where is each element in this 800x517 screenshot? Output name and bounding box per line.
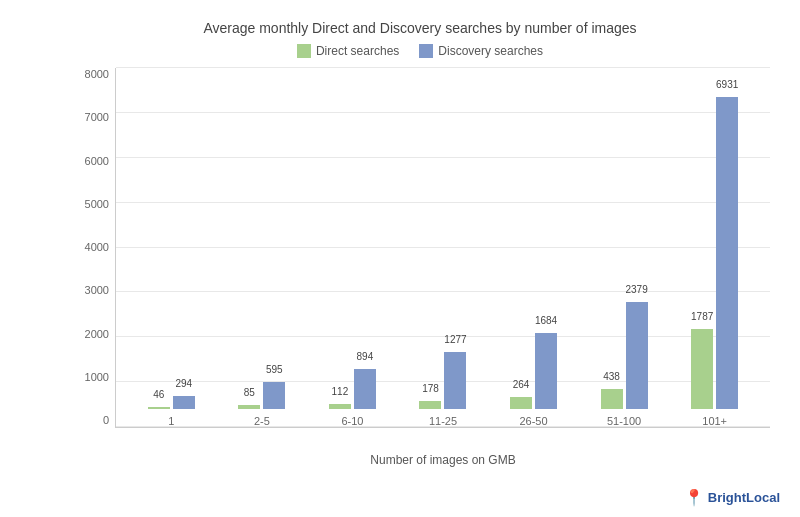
bar-direct: 178 bbox=[419, 401, 441, 409]
legend-direct-color bbox=[297, 44, 311, 58]
bar-direct-label: 1787 bbox=[691, 311, 713, 322]
bar-pair: 112894 bbox=[329, 369, 376, 409]
y-axis-label: 1000 bbox=[70, 371, 115, 383]
y-axis-label: 4000 bbox=[70, 241, 115, 253]
y-axis: 010002000300040005000600070008000 bbox=[70, 68, 115, 428]
y-axis-label: 8000 bbox=[70, 68, 115, 80]
legend-direct: Direct searches bbox=[297, 44, 399, 58]
bar-group: 264168426-50 bbox=[510, 333, 557, 427]
bar-direct-label: 112 bbox=[332, 386, 349, 397]
x-axis-group-label: 6-10 bbox=[341, 415, 363, 427]
x-axis-group-label: 1 bbox=[168, 415, 174, 427]
legend-direct-label: Direct searches bbox=[316, 44, 399, 58]
logo-icon: 📍 bbox=[684, 488, 704, 507]
bar-group: 462941 bbox=[148, 396, 195, 427]
bar-discovery-label: 1277 bbox=[444, 334, 466, 345]
bars-wrapper: 462941855952-51128946-10178127711-252641… bbox=[116, 68, 770, 427]
x-axis-group-label: 101+ bbox=[702, 415, 727, 427]
bar-direct: 85 bbox=[238, 405, 260, 409]
bar-direct: 1787 bbox=[691, 329, 713, 409]
y-axis-label: 3000 bbox=[70, 284, 115, 296]
bar-discovery-label: 294 bbox=[175, 378, 192, 389]
bar-pair: 2641684 bbox=[510, 333, 557, 409]
y-axis-label: 2000 bbox=[70, 328, 115, 340]
bar-group: 1128946-10 bbox=[329, 369, 376, 427]
bar-direct: 112 bbox=[329, 404, 351, 409]
bar-group: 17876931101+ bbox=[691, 97, 738, 427]
bar-pair: 46294 bbox=[148, 396, 195, 409]
bar-discovery: 595 bbox=[263, 382, 285, 409]
bar-pair: 85595 bbox=[238, 382, 285, 409]
bar-discovery: 294 bbox=[173, 396, 195, 409]
bar-direct-label: 264 bbox=[513, 379, 530, 390]
bar-discovery-label: 595 bbox=[266, 364, 283, 375]
bar-direct-label: 438 bbox=[603, 371, 620, 382]
bar-direct: 46 bbox=[148, 407, 170, 409]
y-axis-label: 6000 bbox=[70, 155, 115, 167]
legend-discovery-label: Discovery searches bbox=[438, 44, 543, 58]
bar-pair: 4382379 bbox=[601, 302, 648, 409]
bar-pair: 17876931 bbox=[691, 97, 738, 409]
chart-container: Average monthly Direct and Discovery sea… bbox=[0, 0, 800, 517]
bar-discovery: 1684 bbox=[535, 333, 557, 409]
plot-area: 462941855952-51128946-10178127711-252641… bbox=[115, 68, 770, 428]
bar-discovery: 2379 bbox=[626, 302, 648, 409]
y-axis-label: 0 bbox=[70, 414, 115, 426]
bar-direct-label: 178 bbox=[422, 383, 439, 394]
bar-group: 438237951-100 bbox=[601, 302, 648, 427]
bar-discovery-label: 6931 bbox=[716, 79, 738, 90]
y-axis-label: 7000 bbox=[70, 111, 115, 123]
bar-direct-label: 85 bbox=[244, 387, 255, 398]
y-axis-label: 5000 bbox=[70, 198, 115, 210]
bar-discovery-label: 894 bbox=[357, 351, 374, 362]
x-axis-group-label: 2-5 bbox=[254, 415, 270, 427]
x-axis-group-label: 11-25 bbox=[429, 415, 457, 427]
bar-direct: 264 bbox=[510, 397, 532, 409]
legend-discovery: Discovery searches bbox=[419, 44, 543, 58]
chart-title: Average monthly Direct and Discovery sea… bbox=[70, 20, 770, 36]
logo-text: BrightLocal bbox=[708, 490, 780, 505]
bar-discovery: 1277 bbox=[444, 352, 466, 409]
bar-discovery-label: 1684 bbox=[535, 315, 557, 326]
bar-pair: 1781277 bbox=[419, 352, 466, 409]
bar-group: 178127711-25 bbox=[419, 352, 466, 427]
x-axis-title: Number of images on GMB bbox=[370, 453, 515, 467]
bar-discovery: 6931 bbox=[716, 97, 738, 409]
bar-discovery: 894 bbox=[354, 369, 376, 409]
legend-discovery-color bbox=[419, 44, 433, 58]
bar-direct: 438 bbox=[601, 389, 623, 409]
chart-area: 010002000300040005000600070008000 462941… bbox=[70, 68, 770, 428]
logo: 📍 BrightLocal bbox=[684, 488, 780, 507]
bar-direct-label: 46 bbox=[153, 389, 164, 400]
x-axis-group-label: 26-50 bbox=[519, 415, 547, 427]
bar-discovery-label: 2379 bbox=[625, 284, 647, 295]
chart-legend: Direct searches Discovery searches bbox=[70, 44, 770, 58]
bar-group: 855952-5 bbox=[238, 382, 285, 427]
x-axis-group-label: 51-100 bbox=[607, 415, 641, 427]
